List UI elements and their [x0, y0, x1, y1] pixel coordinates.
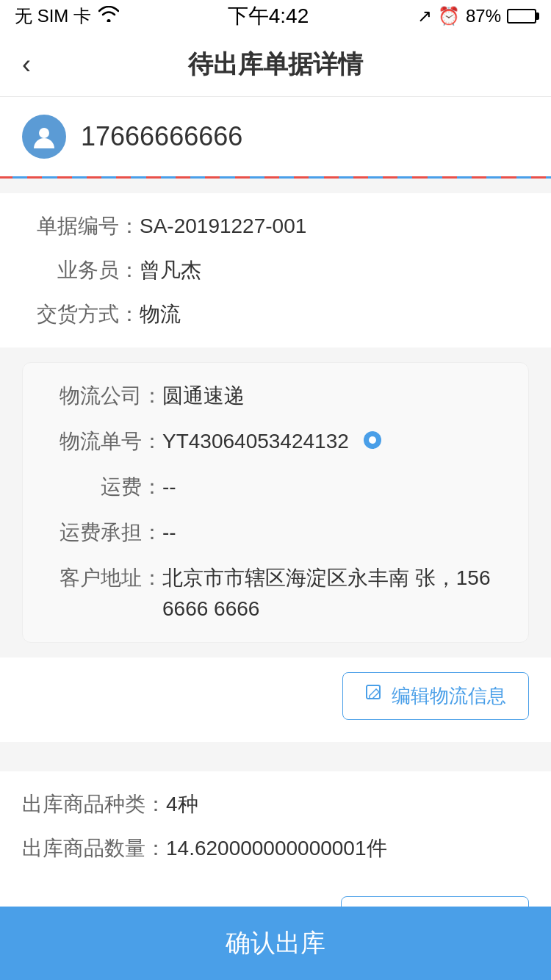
logistics-tracking-label: 物流单号：	[45, 426, 162, 457]
back-button[interactable]: ‹	[22, 49, 31, 80]
svg-point-2	[369, 436, 376, 444]
svg-point-0	[39, 128, 49, 138]
products-section: 出库商品种类： 4种 出库商品数量： 14.620000000000001件	[0, 771, 551, 882]
products-types-value: 4种	[166, 789, 529, 820]
location-pin-icon[interactable]	[361, 430, 384, 453]
edit-logistics-button[interactable]: 编辑物流信息	[342, 672, 529, 720]
logistics-card: 物流公司： 圆通速递 物流单号： YT43064053424132 运费： --	[22, 362, 529, 643]
freight-bearer-row: 运费承担： --	[45, 517, 506, 548]
confirm-button-label: 确认出库	[226, 926, 325, 960]
freight-bearer-label: 运费承担：	[45, 517, 162, 548]
main-content: 17666666666 单据编号： SA-20191227-001 业务员： 曾…	[0, 97, 551, 980]
status-bar-time: 下午4:42	[228, 2, 309, 30]
address-value: 北京市市辖区海淀区永丰南 张，156 6666 6666	[162, 563, 506, 624]
delivery-row: 交货方式： 物流	[22, 299, 529, 330]
logistics-company-row: 物流公司： 圆通速递	[45, 381, 506, 411]
confirm-bar[interactable]: 确认出库	[0, 907, 551, 980]
delivery-label: 交货方式：	[22, 299, 140, 330]
address-row: 客户地址： 北京市市辖区海淀区永丰南 张，156 6666 6666	[45, 563, 506, 624]
freight-row: 运费： --	[45, 472, 506, 502]
nav-bar: ‹ 待出库单据详情	[0, 32, 551, 97]
status-bar-right: ↗ ⏰ 87%	[417, 6, 536, 26]
freight-label: 运费：	[45, 472, 162, 502]
staff-value: 曾凡杰	[140, 255, 529, 286]
products-quantity-value: 14.620000000000001件	[166, 833, 529, 864]
delivery-value: 物流	[140, 299, 529, 330]
products-types-label: 出库商品种类：	[22, 789, 166, 820]
edit-logistics-label: 编辑物流信息	[392, 683, 506, 709]
logistics-company-value: 圆通速递	[162, 381, 506, 411]
order-no-row: 单据编号： SA-20191227-001	[22, 211, 529, 242]
location-icon: ↗	[417, 6, 432, 26]
products-quantity-row: 出库商品数量： 14.620000000000001件	[22, 833, 529, 864]
status-bar-left: 无 SIM 卡	[15, 4, 119, 28]
avatar	[22, 115, 66, 159]
section-divider-1	[0, 179, 551, 193]
carrier-text: 无 SIM 卡	[15, 4, 91, 28]
tracking-number: YT43064053424132	[162, 426, 349, 457]
logistics-tracking-row: 物流单号： YT43064053424132	[45, 426, 506, 457]
page-title: 待出库单据详情	[188, 48, 363, 82]
logistics-tracking-value: YT43064053424132	[162, 426, 384, 457]
status-bar: 无 SIM 卡 下午4:42 ↗ ⏰ 87%	[0, 0, 551, 32]
staff-row: 业务员： 曾凡杰	[22, 255, 529, 286]
edit-logistics-area: 编辑物流信息	[0, 657, 551, 742]
battery-percentage: 87%	[466, 6, 501, 26]
wifi-icon	[98, 6, 119, 26]
battery-icon	[507, 9, 536, 24]
products-quantity-label: 出库商品数量：	[22, 833, 166, 864]
customer-header: 17666666666	[0, 97, 551, 179]
edit-icon	[365, 684, 384, 708]
freight-bearer-value: --	[162, 517, 506, 548]
logistics-company-label: 物流公司：	[45, 381, 162, 411]
staff-label: 业务员：	[22, 255, 140, 286]
order-no-label: 单据编号：	[22, 211, 140, 242]
basic-info-section: 单据编号： SA-20191227-001 业务员： 曾凡杰 交货方式： 物流	[0, 193, 551, 347]
products-types-row: 出库商品种类： 4种	[22, 789, 529, 820]
section-divider-2	[0, 742, 551, 757]
alarm-icon: ⏰	[438, 6, 460, 26]
freight-value: --	[162, 472, 506, 502]
order-no-value: SA-20191227-001	[140, 211, 529, 242]
customer-phone: 17666666666	[81, 121, 242, 152]
address-label: 客户地址：	[45, 563, 162, 594]
